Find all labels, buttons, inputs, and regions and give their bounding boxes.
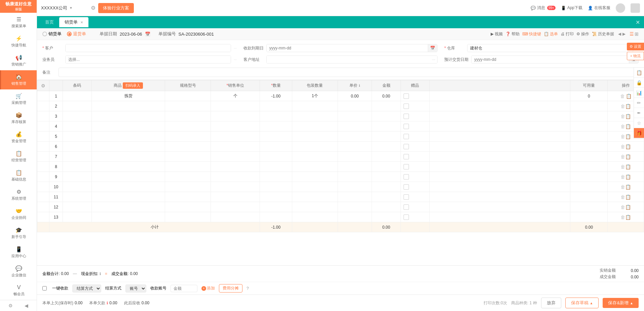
warehouse-input[interactable] xyxy=(467,44,633,52)
sidebar-item-guide[interactable]: 🎓 新手引导 xyxy=(0,224,37,243)
expense-btn[interactable]: 费用分摊 xyxy=(219,284,242,293)
copy-row-icon[interactable]: 📋 xyxy=(625,124,631,129)
abandon-btn[interactable]: 放弃 xyxy=(541,298,561,308)
copy-row-icon[interactable]: 📋 xyxy=(625,194,631,200)
help-btn[interactable]: ❓ 帮助 xyxy=(505,31,520,37)
tab-home[interactable]: 首页 xyxy=(40,17,59,27)
copy-row-icon[interactable]: 📋 xyxy=(625,204,631,210)
logistics-btn[interactable]: + 物流 xyxy=(627,52,644,60)
sidebar-item-inventory[interactable]: 📦 库存核算 xyxy=(0,109,37,128)
price-info-icon[interactable]: ℹ xyxy=(359,84,360,87)
settings-gear-icon[interactable]: ⚙ xyxy=(91,5,96,11)
grid-view-btn[interactable]: ⊞ xyxy=(635,31,639,37)
payment-account-select[interactable]: 账号 xyxy=(125,284,146,293)
date-calendar-icon[interactable]: 📅 xyxy=(145,32,150,37)
gift-checkbox[interactable] xyxy=(404,194,409,200)
discount-info-icon[interactable]: ℹ xyxy=(100,272,101,276)
right-icon-edit[interactable]: ✏ xyxy=(634,98,644,108)
copy-row-icon[interactable]: 📋 xyxy=(625,215,631,220)
sidebar-item-member[interactable]: V 畅会员 xyxy=(0,281,37,300)
delete-row-icon[interactable]: 🗑 xyxy=(620,174,625,180)
expense-help-icon[interactable]: ? xyxy=(247,286,249,291)
settings-panel-btn[interactable]: ⚙ 设置 xyxy=(627,43,644,50)
copy-row-icon[interactable]: 📋 xyxy=(626,93,632,99)
payment-method-select[interactable]: 结算方式 xyxy=(72,284,101,293)
copy-row-icon[interactable]: 📋 xyxy=(625,164,631,169)
copy-row-icon[interactable]: 📋 xyxy=(625,134,631,139)
notes-input[interactable] xyxy=(59,68,639,77)
delete-row-icon[interactable]: 🗑 xyxy=(620,215,625,220)
delete-row-icon[interactable]: 🗑 xyxy=(620,124,625,129)
tab-close-icon[interactable]: ✕ xyxy=(80,21,83,24)
row-unit[interactable]: 个 xyxy=(211,91,260,101)
next-arrow[interactable]: ▶ xyxy=(622,32,626,36)
right-icon-star[interactable]: ☆ xyxy=(634,118,644,128)
delete-row-icon[interactable]: 🗑 xyxy=(620,184,625,190)
gift-checkbox[interactable] xyxy=(404,124,409,129)
sidebar-item-finance[interactable]: 💰 资金管理 xyxy=(0,128,37,147)
delete-row-icon[interactable]: 🗑 xyxy=(620,104,625,109)
sidebar-item-sales[interactable]: 🏠 销售管理 xyxy=(0,70,37,89)
delete-row-icon[interactable]: 🗑 xyxy=(620,204,625,210)
table-settings-icon[interactable]: ⚙ xyxy=(41,83,45,88)
row-pack-qty[interactable]: 1个 xyxy=(292,91,338,101)
delete-row-icon[interactable]: 🗑 xyxy=(620,93,625,99)
gift-checkbox[interactable] xyxy=(404,104,409,109)
delete-row-icon[interactable]: 🗑 xyxy=(620,134,625,139)
profile-icon[interactable] xyxy=(631,3,640,13)
delete-row-icon[interactable]: 🗑 xyxy=(620,154,625,159)
avatar[interactable] xyxy=(616,3,625,13)
right-icon-lock[interactable]: 🔒 xyxy=(634,78,644,88)
sidebar-item-base[interactable]: 📋 基础信息 xyxy=(0,166,37,185)
save-new-btn[interactable]: 保存&新增 ▲ xyxy=(603,298,639,308)
one-click-payment-checkbox[interactable] xyxy=(42,286,47,290)
sidebar-item-enterprise[interactable]: 🤝 企业协同 xyxy=(0,204,37,224)
gift-checkbox[interactable] xyxy=(404,215,409,220)
row-qty[interactable]: -1.00 xyxy=(260,91,292,101)
gift-checkbox[interactable] xyxy=(404,174,409,180)
sidebar-item-operations[interactable]: 📋 经营管理 xyxy=(0,147,37,166)
gift-checkbox[interactable] xyxy=(404,93,409,99)
radio-sales-order[interactable]: 销货单 xyxy=(42,31,62,37)
delete-row-icon[interactable]: 🗑 xyxy=(620,164,625,169)
delete-row-icon[interactable]: 🗑 xyxy=(620,194,625,200)
copy-row-icon[interactable]: 📋 xyxy=(625,104,631,109)
overdue-info-icon[interactable]: ℹ xyxy=(107,301,108,305)
sidebar-item-purchase[interactable]: 🛒 采购管理 xyxy=(0,89,37,109)
row-gift[interactable] xyxy=(401,91,429,101)
history-btn[interactable]: 📜 历史单据 xyxy=(592,31,614,37)
customer-address-input[interactable] xyxy=(267,56,430,63)
row-barcode[interactable] xyxy=(63,91,92,101)
customer-dots-btn[interactable]: ··· xyxy=(234,46,236,50)
delete-row-icon[interactable]: 🗑 xyxy=(620,114,625,119)
close-all-btn[interactable]: ✕ xyxy=(634,18,641,27)
sidebar-item-apps[interactable]: 📱 应用中心 xyxy=(0,243,37,262)
video-btn[interactable]: ▶ 视频 xyxy=(491,31,503,37)
copy-row-icon[interactable]: 📋 xyxy=(625,154,631,159)
collapse-btn[interactable]: ◀ xyxy=(25,303,28,308)
prev-arrow[interactable]: ◀ xyxy=(618,32,621,36)
settings-bottom-btn[interactable]: ⚙ xyxy=(8,303,13,308)
payment-amount-input[interactable] xyxy=(171,285,197,292)
select-order-btn[interactable]: 📋 选单 xyxy=(544,31,558,37)
sidebar-item-shortcut[interactable]: ⚡ 快捷导航 xyxy=(0,32,37,51)
row-unit-price[interactable]: 0.00 xyxy=(338,91,372,101)
gift-checkbox[interactable] xyxy=(404,144,409,149)
copy-row-icon[interactable]: 📋 xyxy=(625,114,631,119)
scan-btn[interactable]: 扫码录入 xyxy=(123,82,143,89)
payment-due-input[interactable] xyxy=(267,44,428,52)
online-service-btn[interactable]: 👤 在线客服 xyxy=(588,5,610,11)
tab-sales[interactable]: 销货单 ✕ xyxy=(59,17,88,27)
company-selector[interactable]: XXXXXX公司 ▼ xyxy=(41,5,88,11)
print-btn[interactable]: 🖨 打印 xyxy=(561,31,574,37)
right-icon-chart[interactable]: 📊 xyxy=(634,88,644,98)
shortcut-btn[interactable]: ⌨ 快捷键 xyxy=(522,31,541,37)
row-spec[interactable] xyxy=(165,91,211,101)
right-icon-gift[interactable]: 🎁 xyxy=(634,128,644,138)
row-amount[interactable]: 0.00 xyxy=(372,91,401,101)
expected-delivery-input[interactable] xyxy=(471,56,629,63)
sidebar-item-system[interactable]: ⚙ 系统管理 xyxy=(0,185,37,204)
list-view-btn[interactable]: ☰ xyxy=(630,31,634,37)
gift-checkbox[interactable] xyxy=(404,134,409,139)
sidebar-item-marketing[interactable]: 📢 营销推广 xyxy=(0,51,37,70)
